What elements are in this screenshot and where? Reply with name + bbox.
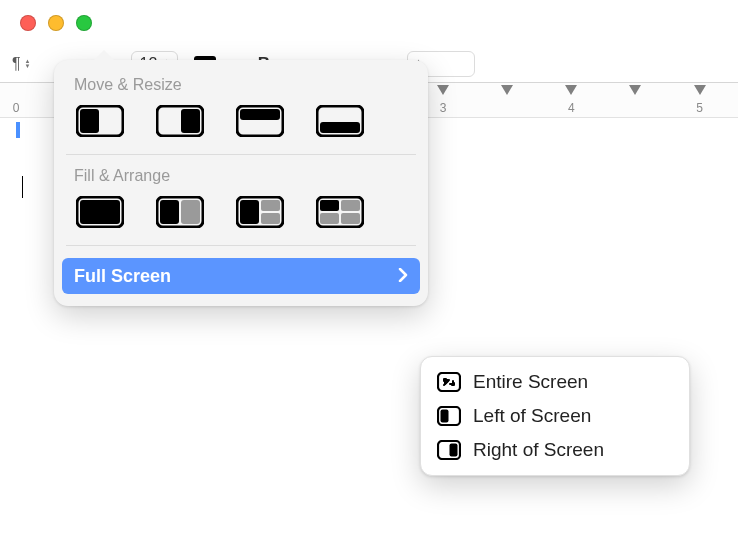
svg-rect-16 [261, 213, 280, 224]
section-label-fill: Fill & Arrange [74, 167, 416, 185]
svg-rect-9 [80, 200, 120, 224]
chevron-right-icon [398, 266, 408, 287]
svg-rect-14 [240, 200, 259, 224]
svg-rect-18 [320, 200, 339, 211]
right-of-screen-icon [437, 440, 461, 460]
ruler-tick-5: 5 [696, 101, 703, 115]
tile-fill[interactable] [74, 195, 126, 229]
entire-screen-icon [437, 372, 461, 392]
section-label-move: Move & Resize [74, 76, 416, 94]
svg-rect-19 [341, 200, 360, 211]
submenu-left-of-screen[interactable]: Left of Screen [427, 399, 683, 433]
submenu-label: Entire Screen [473, 371, 588, 393]
tab-stop-marker[interactable] [629, 85, 641, 95]
stepper-icon: ▲▼ [25, 59, 31, 69]
fill-arrange-grid [66, 195, 416, 243]
bottom-half-icon [316, 105, 364, 137]
window: ¶ ▲▼ ▲▼ 12 ▲▼ a B 0 3 4 5 Move & Resize [0, 0, 738, 538]
minimize-button[interactable] [48, 15, 64, 31]
tab-stop-marker[interactable] [694, 85, 706, 95]
svg-rect-27 [450, 444, 458, 457]
tile-quarters[interactable] [314, 195, 366, 229]
right-half-icon [156, 105, 204, 137]
close-button[interactable] [20, 15, 36, 31]
left-of-screen-icon [437, 406, 461, 426]
tile-top-half[interactable] [234, 104, 286, 138]
left-two-thirds-icon [156, 196, 204, 228]
svg-rect-22 [438, 373, 460, 391]
tile-right-half[interactable] [154, 104, 206, 138]
svg-rect-15 [261, 200, 280, 211]
window-tiling-popover: Move & Resize Fill & Arrange [54, 60, 428, 306]
pilcrow-icon: ¶ [12, 55, 21, 73]
quarters-icon [316, 196, 364, 228]
divider [66, 154, 416, 155]
svg-rect-20 [320, 213, 339, 224]
left-half-icon [76, 105, 124, 137]
submenu-label: Left of Screen [473, 405, 591, 427]
submenu-label: Right of Screen [473, 439, 604, 461]
divider [66, 245, 416, 246]
paragraph-style-button[interactable]: ¶ ▲▼ [12, 55, 31, 73]
tab-stop-marker[interactable] [437, 85, 449, 95]
indent-marker[interactable] [16, 122, 20, 138]
full-screen-menu-item[interactable]: Full Screen [62, 258, 420, 294]
top-half-icon [236, 105, 284, 137]
svg-rect-3 [181, 109, 200, 133]
tab-stop-marker[interactable] [501, 85, 513, 95]
svg-rect-7 [320, 122, 360, 133]
svg-rect-12 [181, 200, 200, 224]
titlebar [0, 0, 738, 46]
svg-rect-11 [160, 200, 179, 224]
tile-left-and-quarters[interactable] [234, 195, 286, 229]
move-resize-grid [66, 104, 416, 152]
svg-rect-25 [441, 410, 449, 423]
tile-left-two-thirds[interactable] [154, 195, 206, 229]
svg-rect-5 [240, 109, 280, 120]
svg-rect-1 [80, 109, 99, 133]
tile-left-half[interactable] [74, 104, 126, 138]
ruler-tick-0: 0 [13, 101, 20, 115]
ruler-tick-3: 3 [440, 101, 447, 115]
full-screen-label: Full Screen [74, 266, 171, 287]
submenu-entire-screen[interactable]: Entire Screen [427, 365, 683, 399]
tile-bottom-half[interactable] [314, 104, 366, 138]
submenu-right-of-screen[interactable]: Right of Screen [427, 433, 683, 467]
fill-icon [76, 196, 124, 228]
tab-stop-marker[interactable] [565, 85, 577, 95]
full-screen-submenu: Entire Screen Left of Screen Right of Sc… [420, 356, 690, 476]
text-cursor [22, 176, 23, 198]
svg-rect-21 [341, 213, 360, 224]
zoom-button[interactable] [76, 15, 92, 31]
ruler-tick-4: 4 [568, 101, 575, 115]
left-and-quarters-icon [236, 196, 284, 228]
